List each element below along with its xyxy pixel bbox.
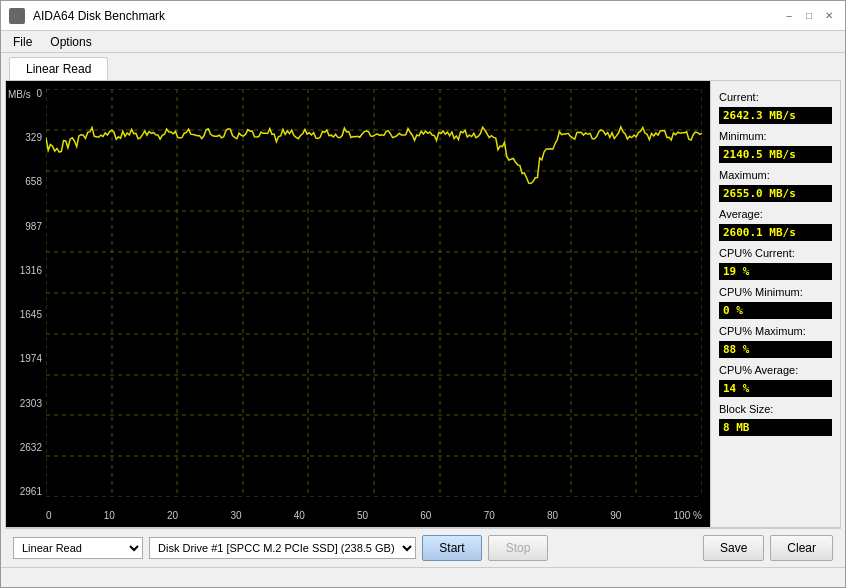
x-label-80: 80 [547, 511, 558, 521]
maximize-button[interactable]: □ [801, 8, 817, 24]
cpu-minimum-value: 0 % [719, 302, 832, 319]
x-label-30: 30 [230, 511, 241, 521]
x-label-10: 10 [104, 511, 115, 521]
tab-bar: Linear Read [1, 53, 845, 80]
title-bar-left: AIDA64 Disk Benchmark [9, 8, 165, 24]
title-bar: AIDA64 Disk Benchmark – □ ✕ [1, 1, 845, 31]
window-title: AIDA64 Disk Benchmark [33, 9, 165, 23]
minimum-label: Minimum: [719, 130, 832, 142]
y-label-3: 987 [25, 222, 42, 232]
y-label-0: 0 [36, 89, 42, 99]
save-button[interactable]: Save [703, 535, 764, 561]
app-icon [9, 8, 25, 24]
y-axis-labels: 2961 2632 2303 1974 1645 1316 987 658 32… [6, 89, 46, 497]
cpu-average-value: 14 % [719, 380, 832, 397]
bottom-controls: Linear Read Linear Write Random Read Ran… [5, 528, 841, 567]
x-label-100: 100 % [674, 511, 702, 521]
y-label-8: 2632 [20, 443, 42, 453]
stats-sidebar: Current: 2642.3 MB/s Minimum: 2140.5 MB/… [710, 81, 840, 527]
y-label-4: 1316 [20, 266, 42, 276]
x-label-20: 20 [167, 511, 178, 521]
minimize-button[interactable]: – [781, 8, 797, 24]
y-label-2: 658 [25, 177, 42, 187]
cpu-current-value: 19 % [719, 263, 832, 280]
cpu-average-label: CPU% Average: [719, 364, 832, 376]
y-label-9: 2961 [20, 487, 42, 497]
cpu-maximum-label: CPU% Maximum: [719, 325, 832, 337]
y-label-1: 329 [25, 133, 42, 143]
clear-button[interactable]: Clear [770, 535, 833, 561]
disk-select[interactable]: Disk Drive #1 [SPCC M.2 PCIe SSD] (238.5… [149, 537, 416, 559]
block-size-value: 8 MB [719, 419, 832, 436]
cpu-minimum-label: CPU% Minimum: [719, 286, 832, 298]
status-bar [1, 567, 845, 587]
chart-area: MB/s 2961 2632 2303 1974 1645 1316 987 6… [6, 81, 710, 527]
close-button[interactable]: ✕ [821, 8, 837, 24]
maximum-label: Maximum: [719, 169, 832, 181]
minimum-value: 2140.5 MB/s [719, 146, 832, 163]
x-label-60: 60 [420, 511, 431, 521]
benchmark-chart [46, 89, 702, 497]
cpu-maximum-value: 88 % [719, 341, 832, 358]
start-button[interactable]: Start [422, 535, 482, 561]
current-label: Current: [719, 91, 832, 103]
tab-linear-read[interactable]: Linear Read [9, 57, 108, 80]
menu-options[interactable]: Options [42, 33, 99, 50]
stop-button[interactable]: Stop [488, 535, 548, 561]
maximum-value: 2655.0 MB/s [719, 185, 832, 202]
x-label-90: 90 [610, 511, 621, 521]
y-label-5: 1645 [20, 310, 42, 320]
window-controls: – □ ✕ [781, 8, 837, 24]
y-label-6: 1974 [20, 354, 42, 364]
cpu-current-label: CPU% Current: [719, 247, 832, 259]
menu-bar: File Options [1, 31, 845, 53]
test-select[interactable]: Linear Read Linear Write Random Read Ran… [13, 537, 143, 559]
x-label-0: 0 [46, 511, 52, 521]
y-label-7: 2303 [20, 399, 42, 409]
average-label: Average: [719, 208, 832, 220]
block-size-label: Block Size: [719, 403, 832, 415]
current-value: 2642.3 MB/s [719, 107, 832, 124]
main-content: MB/s 2961 2632 2303 1974 1645 1316 987 6… [5, 80, 841, 528]
x-label-70: 70 [484, 511, 495, 521]
x-label-50: 50 [357, 511, 368, 521]
main-window: AIDA64 Disk Benchmark – □ ✕ File Options… [0, 0, 846, 588]
menu-file[interactable]: File [5, 33, 40, 50]
x-axis-labels: 0 10 20 30 40 50 60 70 80 90 100 % [46, 511, 702, 521]
x-label-40: 40 [294, 511, 305, 521]
average-value: 2600.1 MB/s [719, 224, 832, 241]
